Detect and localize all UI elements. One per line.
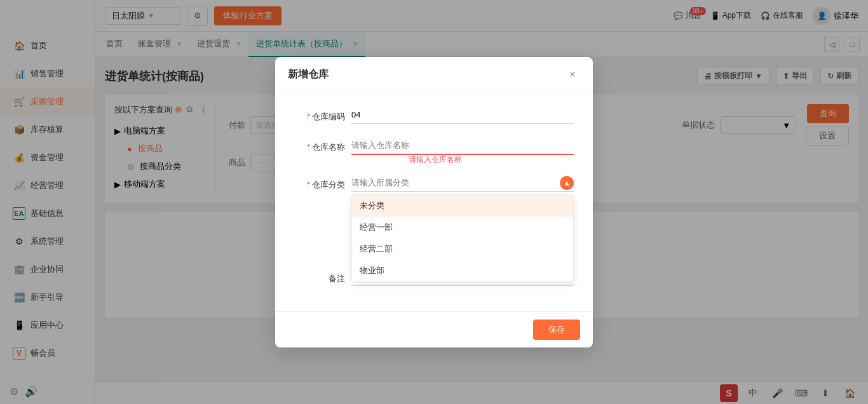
add-warehouse-modal: 新增仓库 × 仓库编码 仓库名称 请输入仓库名称 仓库分类 (275, 57, 593, 347)
save-button[interactable]: 保存 (533, 320, 580, 340)
warehouse-name-error: 请输入仓库名称 (409, 154, 462, 165)
category-dropdown-list: 未分类 经营一部 经营二部 物业部 (351, 194, 574, 282)
dropdown-option-0[interactable]: 未分类 (352, 195, 573, 217)
warehouse-code-row: 仓库编码 (294, 106, 574, 124)
dropdown-option-1[interactable]: 经营一部 (352, 217, 573, 238)
dropdown-option-2[interactable]: 经营二部 (352, 238, 573, 260)
modal-title: 新增仓库 (288, 68, 329, 81)
warehouse-code-wrap (351, 106, 574, 124)
warehouse-category-label: 仓库分类 (294, 174, 345, 191)
modal-close-button[interactable]: × (565, 67, 580, 83)
category-input[interactable] (351, 174, 574, 192)
modal-body: 仓库编码 仓库名称 请输入仓库名称 仓库分类 ▲ (275, 93, 593, 311)
warehouse-code-input[interactable] (351, 106, 574, 124)
warehouse-code-label: 仓库编码 (294, 106, 345, 123)
category-input-wrap: ▲ 未分类 经营一部 经营二部 物业部 (351, 174, 574, 192)
warehouse-name-row: 仓库名称 请输入仓库名称 (294, 137, 574, 155)
modal-footer: 保存 (275, 311, 593, 347)
warehouse-category-row: 仓库分类 ▲ 未分类 经营一部 经营二部 物业部 (294, 174, 574, 192)
warehouse-name-input[interactable] (351, 137, 574, 155)
remark-label: 备注 (294, 268, 345, 285)
dropdown-option-3[interactable]: 物业部 (352, 260, 573, 281)
modal-overlay[interactable]: 新增仓库 × 仓库编码 仓库名称 请输入仓库名称 仓库分类 (0, 0, 868, 404)
category-dropdown-arrow[interactable]: ▲ (560, 176, 574, 190)
warehouse-name-wrap: 请输入仓库名称 (351, 137, 574, 155)
modal-header: 新增仓库 × (275, 57, 593, 93)
warehouse-name-label: 仓库名称 (294, 137, 345, 153)
